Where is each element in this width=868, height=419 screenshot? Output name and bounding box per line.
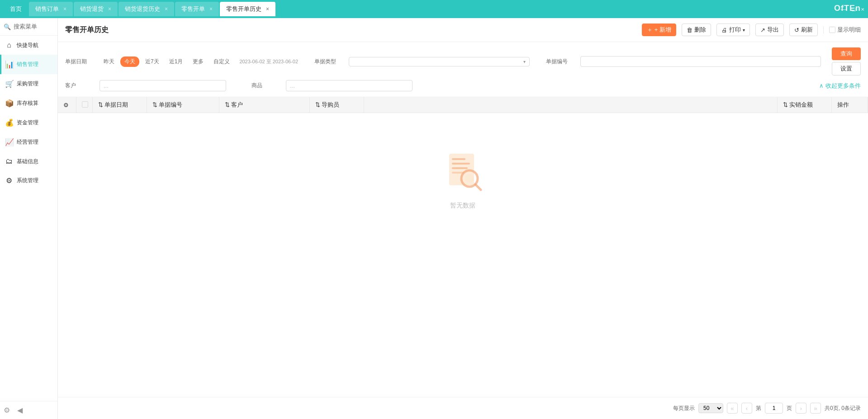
goods-label: 商品 [251, 82, 279, 89]
close-btn[interactable]: × [861, 6, 864, 13]
date-btn-custom[interactable]: 自定义 [209, 56, 234, 67]
tab-sales-return-label: 销货退货 [80, 5, 104, 13]
add-button[interactable]: ＋ + 新增 [642, 24, 676, 36]
table-header: ⚙ ⇅ 单据日期 ⇅ 单据编号 [58, 97, 868, 113]
next-page-btn[interactable]: › [796, 403, 806, 414]
svg-rect-3 [452, 167, 468, 169]
sidebar-item-quick-nav[interactable]: ⌂ 快捷导航 [0, 36, 57, 55]
export-icon: ↗ [760, 27, 765, 33]
collapse-icon: ∧ [819, 82, 824, 89]
page-title: 零售开单历史 [65, 25, 109, 35]
tab-sales-order-close[interactable]: × [63, 6, 66, 12]
data-table: ⚙ ⇅ 单据日期 ⇅ 单据编号 [58, 97, 868, 246]
col-num-label: 单据编号 [159, 101, 182, 108]
date-btn-1month[interactable]: 近1月 [165, 56, 187, 67]
sidebar-item-purchase-mgmt[interactable]: 🛒 采购管理 [0, 74, 57, 94]
empty-state-icon [440, 149, 485, 194]
col-customer-label: 客户 [231, 101, 243, 108]
sidebar-settings-icon[interactable]: ⚙ [4, 406, 10, 414]
tab-retail-open[interactable]: 零售开单 × [175, 2, 219, 16]
sidebar-item-operation-mgmt[interactable]: 📈 经营管理 [0, 132, 57, 152]
tab-sales-return-history-close[interactable]: × [165, 6, 168, 12]
sales-mgmt-icon: 📊 [5, 60, 13, 69]
tab-sales-return[interactable]: 销货退货 × [74, 2, 118, 16]
sidebar-item-basic-info-label: 基础信息 [17, 158, 38, 165]
goods-select[interactable]: ... [286, 80, 413, 91]
date-btn-today[interactable]: 今天 [120, 56, 139, 67]
refresh-button[interactable]: ↺ 刷新 [789, 24, 818, 36]
tab-retail-open-close[interactable]: × [209, 6, 213, 12]
display-detail-checkbox[interactable] [829, 27, 835, 33]
sort-icon-date[interactable]: ⇅ [98, 101, 103, 108]
export-button[interactable]: ↗ 导出 [755, 24, 784, 36]
export-label: 导出 [767, 26, 779, 34]
refresh-icon: ↺ [794, 27, 799, 33]
last-page-btn[interactable]: » [810, 403, 821, 414]
collapse-btn[interactable]: ∧ 收起更多条件 [819, 82, 861, 90]
sort-icon-amount[interactable]: ⇅ [783, 101, 788, 108]
delete-label: 删除 [694, 26, 706, 34]
prev-page-icon: ‹ [746, 405, 748, 412]
sort-icon-num[interactable]: ⇅ [152, 101, 157, 108]
print-button[interactable]: 🖨 打印 ▾ [716, 24, 750, 36]
tab-sales-order-label: 销售订单 [35, 5, 59, 13]
query-button[interactable]: 查询 [832, 47, 861, 60]
delete-button[interactable]: 🗑 删除 [682, 24, 711, 36]
tab-sales-return-history-label: 销货退货历史 [125, 5, 160, 13]
sidebar-search-label: 搜索菜单 [14, 23, 37, 31]
sidebar-item-finance-mgmt[interactable]: 💰 资金管理 [0, 113, 57, 132]
sort-icon-guide[interactable]: ⇅ [315, 101, 320, 108]
date-btn-more[interactable]: 更多 [189, 56, 208, 67]
sidebar-search[interactable]: 🔍 搜索菜单 [0, 18, 57, 36]
quick-nav-icon: ⌂ [5, 41, 13, 49]
prev-page-btn[interactable]: ‹ [741, 403, 752, 414]
select-all-checkbox[interactable] [82, 101, 88, 108]
first-page-btn[interactable]: « [727, 403, 738, 414]
sort-icon-customer[interactable]: ⇅ [225, 101, 230, 108]
add-label: + 新增 [655, 26, 671, 34]
empty-text: 暂无数据 [450, 202, 475, 210]
sidebar-item-basic-info[interactable]: 🗂 基础信息 [0, 152, 57, 171]
print-icon: 🖨 [721, 27, 727, 33]
col-checkbox[interactable] [76, 97, 92, 113]
sidebar-item-quick-nav-label: 快捷导航 [17, 42, 38, 49]
tab-home-label: 首页 [10, 5, 22, 13]
tab-retail-open-history-close[interactable]: × [266, 6, 269, 12]
tab-sales-order[interactable]: 销售订单 × [29, 2, 73, 16]
date-btn-yesterday[interactable]: 昨天 [100, 56, 119, 67]
sidebar-item-sales-mgmt[interactable]: 📊 销售管理 [0, 55, 57, 74]
settings-icon[interactable]: ⚙ [63, 102, 69, 108]
tab-sales-return-close[interactable]: × [108, 6, 111, 12]
sidebar-collapse-icon[interactable]: ◀ [17, 406, 23, 414]
col-num: ⇅ 单据编号 [147, 97, 219, 113]
tab-sales-return-history[interactable]: 销货退货历史 × [119, 2, 174, 16]
date-btns: 昨天 今天 近7天 近1月 更多 自定义 2023-06-02 至 2023-0… [100, 56, 298, 67]
maximize-btn[interactable]: □ [852, 6, 856, 13]
col-guide: ⇅ 导购员 [309, 97, 364, 113]
sidebar-item-system-mgmt[interactable]: ⚙ 系统管理 [0, 171, 57, 190]
per-page-select[interactable]: 50 10 20 100 [698, 403, 723, 413]
tab-retail-open-label: 零售开单 [181, 5, 205, 13]
empty-state-row: 暂无数据 [58, 113, 868, 246]
tab-home[interactable]: 首页 [4, 2, 28, 16]
sidebar-item-system-mgmt-label: 系统管理 [17, 177, 38, 184]
col-middle [364, 97, 778, 113]
tab-bar: 首页 销售订单 × 销货退货 × 销货退货历史 × 零售开单 × 零售开单历史 … [0, 0, 868, 18]
minimize-btn[interactable]: — [841, 6, 847, 13]
col-date: ⇅ 单据日期 [92, 97, 147, 113]
finance-mgmt-icon: 💰 [5, 118, 13, 127]
customer-select[interactable]: ... [100, 80, 226, 91]
page-input[interactable] [765, 403, 783, 414]
doc-type-arrow-icon: ▾ [523, 59, 526, 64]
doc-type-select[interactable]: ▾ [349, 57, 530, 66]
sidebar-item-inventory[interactable]: 📦 库存核算 [0, 94, 57, 113]
tab-retail-open-history[interactable]: 零售开单历史 × [220, 2, 275, 16]
page-word: 页 [787, 405, 792, 412]
window-controls: — □ × [841, 6, 864, 13]
date-btn-7days[interactable]: 近7天 [141, 56, 163, 67]
sidebar-bottom: ⚙ ◀ [0, 401, 57, 419]
settings-button[interactable]: 设置 [832, 62, 861, 75]
doc-num-input[interactable] [580, 56, 821, 67]
display-detail-toggle[interactable]: 显示明细 [829, 26, 861, 34]
col-settings[interactable]: ⚙ [58, 97, 76, 113]
